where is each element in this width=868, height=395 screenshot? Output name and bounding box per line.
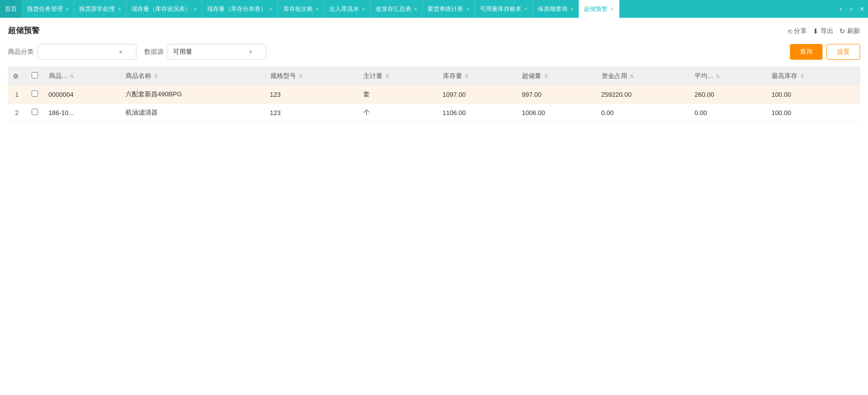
close-icon[interactable]: × xyxy=(269,6,272,12)
cell-product-name: 六配套新昌490BPG xyxy=(121,85,265,104)
header-actions: ⎋ 分享 ⬇ 导出 ↻ 刷新 xyxy=(788,27,860,36)
cell-over-stock: 1006.00 xyxy=(517,104,596,122)
table-body: 1 0000004 六配套新昌490BPG 123 套 1097.00 997.… xyxy=(8,85,860,122)
export-button[interactable]: ⬇ 导出 xyxy=(813,27,833,36)
nav-inventory-dist[interactable]: 现存量（库存分布表） × xyxy=(202,0,278,18)
cell-capital-occ: 0.00 xyxy=(596,104,690,122)
cell-stock: 1106.00 xyxy=(437,104,517,122)
refresh-icon: ↻ xyxy=(839,27,845,35)
datasource-label: 数据源 xyxy=(144,47,164,56)
col-product-code[interactable]: 商品... ⇅ xyxy=(43,67,121,85)
page-title: 超储预警 xyxy=(8,26,40,36)
sort-icon: ⇅ xyxy=(800,74,804,79)
product-category-label: 商品分类 xyxy=(8,47,34,56)
col-settings[interactable]: ⚙ xyxy=(8,67,26,85)
nav-prev-arrow[interactable]: ‹ xyxy=(835,0,846,18)
datasource-select[interactable]: 可用量 ▾ xyxy=(168,44,266,60)
chevron-down-icon: ▾ xyxy=(119,48,122,55)
datasource-filter: 数据源 可用量 ▾ xyxy=(144,44,266,60)
close-icon[interactable]: × xyxy=(118,6,121,12)
share-button[interactable]: ⎋ 分享 xyxy=(788,27,807,36)
product-category-select[interactable]: ▾ xyxy=(38,44,136,60)
row-index: 2 xyxy=(8,104,26,122)
col-max-stock[interactable]: 最高库存 ⇅ xyxy=(767,67,860,85)
cell-avg: 0.00 xyxy=(690,104,767,122)
cell-spec: 123 xyxy=(265,104,358,122)
cell-product-code: 186-10... xyxy=(43,104,121,122)
row-index: 1 xyxy=(8,85,26,104)
row-checkbox-cell xyxy=(26,104,43,122)
table-header-row: ⚙ 商品... ⇅ 商品名称 ⇅ 规格型号 ⇅ 主计量 xyxy=(8,67,860,85)
cell-product-code: 0000004 xyxy=(43,85,121,104)
col-spec[interactable]: 规格型号 ⇅ xyxy=(265,67,358,85)
cell-max-stock: 100.00 xyxy=(767,85,860,104)
close-icon[interactable]: × xyxy=(316,6,319,12)
row-checkbox-cell xyxy=(26,85,43,104)
col-capital-occ[interactable]: 资金占用 ⇅ xyxy=(596,67,690,85)
nav-summary[interactable]: 收发存汇总表 × xyxy=(371,0,423,18)
cell-capital-occ: 259220.00 xyxy=(596,85,690,104)
filter-area: 商品分类 ▾ 数据源 可用量 ▾ 查询 设置 xyxy=(8,44,860,60)
nav-exception[interactable]: 拣货异常处理 × xyxy=(74,0,126,18)
nav-available-stock[interactable]: 可用量库存账本 × xyxy=(475,0,533,18)
page-content: 超储预警 ⎋ 分享 ⬇ 导出 ↻ 刷新 商品分类 ▾ 数据源 xyxy=(0,18,868,395)
sort-icon: ⇅ xyxy=(299,74,303,79)
col-stock[interactable]: 库存量 ⇅ xyxy=(437,67,517,85)
col-product-name[interactable]: 商品名称 ⇅ xyxy=(121,67,265,85)
data-table: ⚙ 商品... ⇅ 商品名称 ⇅ 规格型号 ⇅ 主计量 xyxy=(8,67,860,122)
col-avg[interactable]: 平均... ⇅ xyxy=(690,67,767,85)
col-checkbox xyxy=(26,67,43,85)
close-icon[interactable]: × xyxy=(610,6,613,12)
nav-home[interactable]: 首页 xyxy=(0,0,22,18)
close-icon[interactable]: × xyxy=(414,6,417,12)
settings-button[interactable]: 设置 xyxy=(826,44,860,60)
product-category-filter: 商品分类 ▾ xyxy=(8,44,136,60)
refresh-button[interactable]: ↻ 刷新 xyxy=(839,27,860,36)
nav-next-arrow[interactable]: › xyxy=(846,0,856,18)
col-unit[interactable]: 主计量 ⇅ xyxy=(358,67,437,85)
close-icon[interactable]: × xyxy=(466,6,469,12)
table-row: 2 186-10... 机油滤清器 123 个 1106.00 1006.00 … xyxy=(8,104,860,122)
query-button[interactable]: 查询 xyxy=(790,44,823,60)
nav-order-stats[interactable]: 要货单统计表 × xyxy=(423,0,475,18)
table-row: 1 0000004 六配套新昌490BPG 123 套 1097.00 997.… xyxy=(8,85,860,104)
sort-icon: ⇅ xyxy=(386,74,390,79)
nav-batch[interactable]: 库存批次账 × xyxy=(278,0,324,18)
chevron-down-icon: ▾ xyxy=(249,48,252,55)
cell-spec: 123 xyxy=(265,85,358,104)
sort-icon: ⇅ xyxy=(544,74,548,79)
sort-icon: ⇅ xyxy=(716,74,720,79)
close-icon[interactable]: × xyxy=(66,6,69,12)
cell-over-stock: 997.00 xyxy=(517,85,596,104)
page-header: 超储预警 ⎋ 分享 ⬇ 导出 ↻ 刷新 xyxy=(8,26,860,36)
nav-task-mgmt[interactable]: 拣货任务管理 × xyxy=(22,0,74,18)
share-icon: ⎋ xyxy=(788,27,792,35)
nav-overstock[interactable]: 超储预警 × xyxy=(579,0,619,18)
row-checkbox[interactable] xyxy=(32,109,38,115)
cell-stock: 1097.00 xyxy=(437,85,517,104)
top-navigation: 首页 拣货任务管理 × 拣货异常处理 × 现存量（库存状况表） × 现存量（库存… xyxy=(0,0,868,18)
nav-close-arrow[interactable]: × xyxy=(856,0,868,18)
sort-icon: ⇅ xyxy=(70,74,74,79)
close-icon[interactable]: × xyxy=(570,6,573,12)
close-icon[interactable]: × xyxy=(362,6,365,12)
select-all-checkbox[interactable] xyxy=(32,72,38,79)
nav-inventory-status[interactable]: 现存量（库存状况表） × xyxy=(127,0,202,18)
cell-max-stock: 100.00 xyxy=(767,104,860,122)
close-icon[interactable]: × xyxy=(194,6,197,12)
sort-icon: ⇅ xyxy=(465,74,469,79)
datasource-value: 可用量 xyxy=(173,47,192,56)
row-checkbox[interactable] xyxy=(32,90,38,97)
nav-arrows: ‹ › × xyxy=(835,0,868,18)
nav-expiry[interactable]: 保质期查询 × xyxy=(533,0,579,18)
nav-inout[interactable]: 出入库流水 × xyxy=(324,0,370,18)
cell-unit: 个 xyxy=(358,104,437,122)
col-over-stock[interactable]: 超储量 ⇅ xyxy=(517,67,596,85)
gear-icon: ⚙ xyxy=(13,73,19,80)
export-icon: ⬇ xyxy=(813,27,819,35)
sort-icon: ⇅ xyxy=(154,74,158,79)
cell-avg: 260.00 xyxy=(690,85,767,104)
cell-unit: 套 xyxy=(358,85,437,104)
close-icon[interactable]: × xyxy=(524,6,527,12)
cell-product-name: 机油滤清器 xyxy=(121,104,265,122)
